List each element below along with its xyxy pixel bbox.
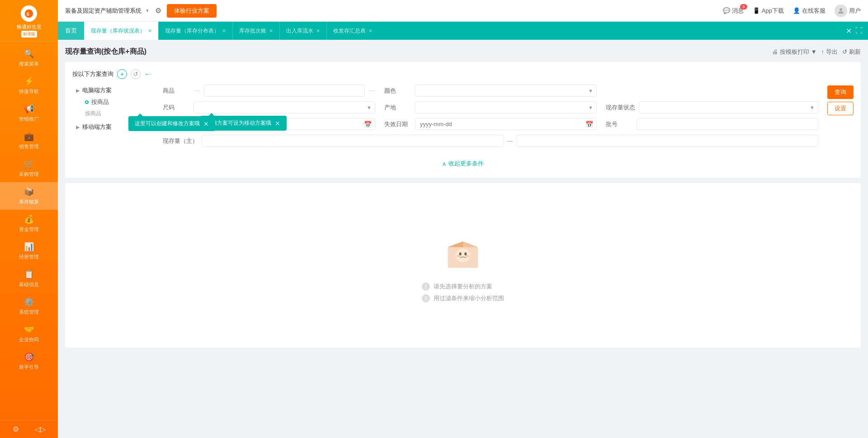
search-button[interactable]: 查询 bbox=[827, 85, 854, 99]
topbar: 装备及固定资产辅助管理系统 ▼ ⚙ 体验行业方案 💬 消息 9 📱 App下载 … bbox=[58, 0, 868, 22]
topbar-gear-icon[interactable]: ⚙ bbox=[155, 6, 161, 15]
color-label: 颜色 bbox=[384, 87, 411, 95]
add-scheme-button[interactable]: + bbox=[117, 69, 127, 79]
product-more-dots: ··· bbox=[368, 86, 375, 95]
sidebar-item-guide[interactable]: 🎯 新手引导 bbox=[0, 348, 58, 375]
tip-number: 1 bbox=[422, 283, 430, 291]
close-all-tabs-icon[interactable]: ✕ bbox=[846, 27, 852, 35]
range-separator: — bbox=[507, 137, 513, 144]
page-title: 现存量查询(按仓库+商品) bbox=[65, 47, 146, 57]
cart-icon: 🛒 bbox=[24, 159, 34, 169]
sidebar-item-search[interactable]: 🔍 搜索菜单 bbox=[0, 44, 58, 72]
filter-title: 按以下方案查询 bbox=[72, 70, 113, 78]
svg-point-11 bbox=[466, 255, 469, 257]
tab-label: 现存量（库存状况表） bbox=[91, 27, 145, 35]
tooltip2-close-icon[interactable]: ✕ bbox=[203, 120, 209, 127]
fullscreen-icon[interactable]: ⛶ bbox=[855, 27, 863, 35]
refresh-scheme-button[interactable]: ↺ bbox=[131, 69, 141, 79]
tab-batch-account[interactable]: 库存批次账 ✕ bbox=[232, 22, 279, 40]
sidebar-item-finance[interactable]: 💰 资金管理 bbox=[0, 210, 58, 237]
scheme-desktop-label: 电脑端方案 bbox=[82, 86, 112, 94]
sidebar-item-label: 库存核算 bbox=[19, 198, 39, 205]
dropdown-arrow-icon: ▼ bbox=[811, 48, 817, 55]
origin-input[interactable] bbox=[415, 101, 597, 113]
tree-arrow-icon: ▶ bbox=[76, 124, 80, 130]
logo-text: 畅通好生意 bbox=[17, 24, 42, 30]
svg-point-9 bbox=[464, 252, 467, 255]
empty-tip-1: 1 请先选择要分析的方案 bbox=[422, 283, 504, 291]
tab-close-icon[interactable]: ✕ bbox=[316, 28, 320, 34]
product-dots: ··· bbox=[193, 86, 200, 95]
size-input[interactable] bbox=[193, 101, 375, 113]
tab-inventory-distribution[interactable]: 现存量（库存分布表） ✕ bbox=[158, 22, 232, 40]
sidebar-logo: 6 畅通好生意 标准版 bbox=[0, 0, 58, 42]
empty-tip-2: 2 用过滤条件来缩小分析范围 bbox=[422, 294, 504, 302]
stock-status-input[interactable] bbox=[639, 101, 818, 113]
megaphone-icon: 📢 bbox=[24, 104, 34, 114]
tip-number: 2 bbox=[422, 294, 430, 302]
sidebar-item-sales[interactable]: 💼 销售管理 bbox=[0, 127, 58, 155]
sidebar-item-inventory[interactable]: 📦 库存核算 bbox=[0, 182, 58, 210]
tab-close-icon[interactable]: ✕ bbox=[368, 28, 373, 34]
filter-panel: 电脑方案可设为移动方案哦 ✕ 这里可以创建和修改方案哦 ✕ 按以下方案查询 + … bbox=[65, 62, 861, 178]
scheme-mobile-label: 移动端方案 bbox=[82, 123, 112, 131]
print-template-button[interactable]: 🖨 按模板打印 ▼ bbox=[772, 48, 817, 56]
export-button[interactable]: ↑ 导出 bbox=[821, 48, 838, 56]
online-service-item[interactable]: 👤 在线客服 bbox=[793, 7, 826, 15]
industry-plan-button[interactable]: 体验行业方案 bbox=[167, 4, 217, 18]
batch-no-label: 批号 bbox=[606, 120, 633, 128]
expiry-date-input[interactable] bbox=[415, 118, 597, 130]
sidebar-item-marketing[interactable]: 📢 营销推广 bbox=[0, 99, 58, 127]
collapse-sidebar-icon[interactable]: ◁▷ bbox=[35, 425, 46, 433]
scheme-child-item[interactable]: 按商品 bbox=[72, 96, 154, 108]
scheme-desktop-item[interactable]: ▶ 电脑端方案 bbox=[72, 85, 154, 96]
logo-icon: 6 bbox=[21, 5, 37, 22]
tab-close-icon[interactable]: ✕ bbox=[222, 28, 226, 34]
message-item[interactable]: 💬 消息 9 bbox=[723, 7, 744, 15]
size-field: 尺码 ▼ bbox=[163, 101, 375, 113]
app-download-item[interactable]: 📱 App下载 bbox=[753, 7, 784, 15]
page-header: 现存量查询(按仓库+商品) 🖨 按模板打印 ▼ ↑ 导出 ↺ 刷新 bbox=[65, 47, 861, 57]
tab-inventory-status[interactable]: 现存量（库存状况表） ✕ bbox=[84, 22, 158, 40]
sidebar-item-management[interactable]: 📊 经营管理 bbox=[0, 237, 58, 265]
collapse-filter-button[interactable]: ∧ 收起更多条件 bbox=[72, 157, 854, 170]
page-actions: 🖨 按模板打印 ▼ ↑ 导出 ↺ 刷新 bbox=[772, 48, 861, 56]
expiry-date-field: 失效日期 📅 bbox=[384, 118, 597, 130]
tab-home[interactable]: 首页 bbox=[58, 22, 84, 40]
color-input[interactable] bbox=[415, 85, 597, 97]
sidebar-item-system[interactable]: ⚙️ 系统管理 bbox=[0, 292, 58, 320]
app-download-label: App下载 bbox=[762, 7, 784, 15]
tab-close-icon[interactable]: ✕ bbox=[269, 28, 273, 34]
stock-qty-min-input[interactable] bbox=[202, 135, 504, 147]
collapse-label: 收起更多条件 bbox=[448, 160, 484, 168]
batch-no-input[interactable] bbox=[637, 118, 818, 130]
origin-label: 产地 bbox=[384, 104, 411, 112]
sidebar-item-basic[interactable]: 📋 基础信息 bbox=[0, 265, 58, 292]
target-icon: 🎯 bbox=[24, 352, 34, 362]
tab-summary[interactable]: 收发存汇总表 ✕ bbox=[326, 22, 379, 40]
gear-icon: ⚙️ bbox=[24, 297, 34, 307]
tab-inout-flow[interactable]: 出入库流水 ✕ bbox=[279, 22, 326, 40]
set-button[interactable]: 设置 bbox=[827, 102, 854, 115]
filter-row2: 尺码 ▼ 产地 ▼ bbox=[163, 101, 818, 113]
sidebar-item-collab[interactable]: 🤝 企业协同 bbox=[0, 320, 58, 348]
money-icon: 💰 bbox=[24, 214, 34, 224]
settings-bottom-icon[interactable]: ⚙ bbox=[13, 425, 19, 433]
tab-close-icon[interactable]: ✕ bbox=[148, 28, 152, 34]
dropdown-arrow-icon: ▼ bbox=[145, 8, 150, 13]
user-item[interactable]: 用户 bbox=[835, 5, 861, 17]
refresh-button[interactable]: ↺ 刷新 bbox=[842, 48, 861, 56]
stock-status-select-wrap: ▼ bbox=[639, 101, 818, 113]
arrow-left-icon[interactable]: ← bbox=[144, 70, 151, 78]
sidebar-item-purchase[interactable]: 🛒 采购管理 bbox=[0, 155, 58, 182]
print-icon: 🖨 bbox=[772, 48, 778, 55]
product-input[interactable] bbox=[204, 85, 365, 97]
tooltip1-close-icon[interactable]: ✕ bbox=[275, 120, 280, 127]
tree-arrow-icon: ▶ bbox=[76, 88, 80, 94]
stock-qty-max-input[interactable] bbox=[517, 135, 819, 147]
dot-icon bbox=[85, 100, 89, 104]
tabbar: 首页 现存量（库存状况表） ✕ 现存量（库存分布表） ✕ 库存批次账 ✕ 出入库… bbox=[58, 22, 868, 40]
topbar-system: 装备及固定资产辅助管理系统 ▼ bbox=[65, 7, 150, 15]
sidebar-item-nav[interactable]: ⚡ 快捷导航 bbox=[0, 72, 58, 99]
lightning-icon: ⚡ bbox=[24, 76, 34, 86]
